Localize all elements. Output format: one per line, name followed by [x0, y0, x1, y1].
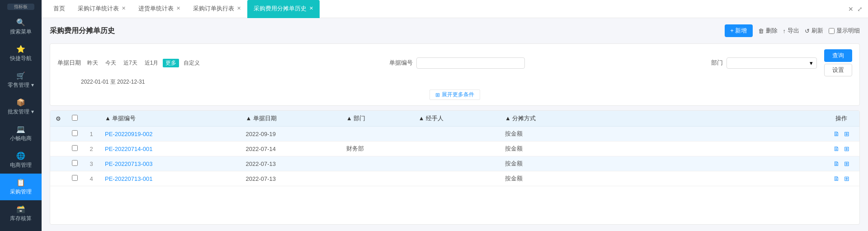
query-button[interactable]: 查询 — [824, 49, 852, 62]
date-btn-custom[interactable]: 自定义 — [181, 59, 203, 67]
row-handler-0 — [413, 127, 500, 141]
row-handler-3 — [413, 171, 500, 186]
date-range-display: 2022-01-01 至 2022-12-31 — [81, 78, 852, 86]
wholesale-icon: 📦 — [16, 98, 25, 107]
show-cols-toggle[interactable]: 显示明细 — [829, 27, 860, 35]
main-area: 首页采购订单统计表✕进货单统计表✕采购订单执行表✕采购费用分摊单历史✕ ✕ ⤢ … — [42, 0, 868, 231]
tab-purchase-exec[interactable]: 采购订单执行表✕ — [187, 0, 247, 18]
row-doc-no-2: PE-20220713-003 — [99, 156, 241, 171]
col-settings[interactable]: ⚙ — [50, 111, 66, 127]
table-row: 4 PE-20220713-001 2022-07-13 按金额 🗎 ⊞ — [50, 171, 859, 186]
row-split-method-2: 按金额 — [500, 156, 823, 171]
date-btn-today[interactable]: 今天 — [103, 59, 119, 67]
shortcut-icon: ⭐ — [16, 45, 25, 53]
row-handler-2 — [413, 156, 500, 171]
sidebar-label-wholesale: 批发管理 ▾ — [8, 108, 33, 116]
toolbar: + 新增 🗑 删除 ↑ 导出 ↺ 刷新 显示明细 — [725, 24, 860, 37]
tab-label-goods-stat: 进货单统计表 — [138, 5, 174, 13]
col-checkbox — [66, 111, 83, 127]
sidebar-item-shortcut[interactable]: ⭐快捷导航 — [0, 40, 42, 67]
table-row: 3 PE-20220713-003 2022-07-13 按金额 🗎 ⊞ — [50, 156, 859, 171]
col-split-method: ▲ 分摊方式 — [500, 111, 823, 127]
row-checkbox-2[interactable] — [72, 160, 78, 166]
row-checkbox-0[interactable] — [72, 130, 78, 136]
sidebar-item-retail[interactable]: 🛒零售管理 ▾ — [0, 67, 42, 94]
row-action-2: 🗎 ⊞ — [823, 156, 859, 171]
doc-no-link-1[interactable]: PE-20220714-001 — [105, 146, 153, 152]
sidebar: 指标板 🔍搜索菜单⭐快捷导航🛒零售管理 ▾📦批发管理 ▾💻小畅电商🌐电商管理📋采… — [0, 0, 42, 231]
action-more-btn-2[interactable]: ⊞ — [844, 160, 849, 167]
purchase-icon: 📋 — [16, 178, 25, 187]
sidebar-label-ecom-small: 小畅电商 — [10, 135, 32, 142]
tab-close-goods-stat[interactable]: ✕ — [176, 5, 180, 11]
row-checkbox-cell-0 — [66, 127, 83, 141]
sidebar-label-retail: 零售管理 ▾ — [8, 81, 33, 89]
sidebar-item-inventory[interactable]: 🗃️库存核算 — [0, 200, 42, 227]
row-checkbox-3[interactable] — [72, 175, 78, 181]
row-action-1: 🗎 ⊞ — [823, 141, 859, 156]
sidebar-label-search: 搜索菜单 — [10, 28, 32, 36]
delete-button[interactable]: 🗑 删除 — [758, 27, 778, 35]
action-view-btn-2[interactable]: 🗎 — [833, 160, 840, 167]
tab-home[interactable]: 首页 — [47, 0, 71, 18]
action-more-btn-3[interactable]: ⊞ — [844, 175, 849, 182]
page-title: 采购费用分摊单历史 — [50, 26, 115, 36]
row-action-0: 🗎 ⊞ — [823, 127, 859, 141]
expand-icon: ⊞ — [435, 92, 440, 98]
add-button[interactable]: + 新增 — [725, 24, 752, 37]
row-checkbox-1[interactable] — [72, 145, 78, 151]
row-settings-2 — [50, 156, 66, 171]
expand-more-btn[interactable]: ⊞ 展开更多条件 — [429, 90, 480, 100]
date-btn-yesterday[interactable]: 昨天 — [85, 59, 101, 67]
tab-close-purchase-order-stat[interactable]: ✕ — [122, 5, 126, 11]
tab-goods-stat[interactable]: 进货单统计表✕ — [132, 0, 187, 18]
tab-cost-history[interactable]: 采购费用分摊单历史✕ — [247, 0, 320, 18]
action-view-btn-3[interactable]: 🗎 — [833, 175, 840, 182]
content-area: 采购费用分摊单历史 + 新增 🗑 删除 ↑ 导出 ↺ 刷新 显示明细 — [42, 18, 868, 231]
dept-select[interactable]: ▾ — [726, 57, 817, 69]
tab-close-icon[interactable]: ✕ — [848, 5, 854, 13]
row-checkbox-cell-1 — [66, 141, 83, 156]
data-table: ⚙ ▲ 单据编号 ▲ 单据日期 ▲ 部门 — [50, 111, 859, 186]
export-button[interactable]: ↑ 导出 — [783, 27, 800, 35]
tab-controls: ✕ ⤢ — [848, 5, 863, 13]
select-all-checkbox[interactable] — [72, 115, 78, 121]
doc-no-link-2[interactable]: PE-20220713-003 — [105, 160, 153, 167]
show-cols-checkbox[interactable] — [829, 28, 835, 34]
refresh-button[interactable]: ↺ 刷新 — [805, 27, 823, 35]
row-split-method-0: 按金额 — [500, 127, 823, 141]
sidebar-item-ecom-small[interactable]: 💻小畅电商 — [0, 120, 42, 147]
dept-filter-field: 部门 ▾ — [711, 57, 817, 69]
row-doc-no-0: PE-20220919-002 — [99, 127, 241, 141]
doc-no-input[interactable] — [416, 57, 525, 69]
tab-close-cost-history[interactable]: ✕ — [309, 5, 313, 11]
tab-purchase-order-stat[interactable]: 采购订单统计表✕ — [71, 0, 132, 18]
row-checkbox-cell-3 — [66, 171, 83, 186]
sidebar-item-search[interactable]: 🔍搜索菜单 — [0, 14, 42, 40]
col-handler: ▲ 经手人 — [413, 111, 500, 127]
refresh-icon: ↺ — [805, 28, 810, 34]
row-settings-1 — [50, 141, 66, 156]
delete-icon: 🗑 — [758, 28, 764, 34]
tab-expand-icon[interactable]: ⤢ — [857, 5, 863, 13]
row-doc-date-2: 2022-07-13 — [241, 156, 341, 171]
action-more-btn-0[interactable]: ⊞ — [844, 130, 849, 137]
doc-no-link-3[interactable]: PE-20220713-001 — [105, 175, 153, 182]
action-view-btn-1[interactable]: 🗎 — [833, 145, 840, 152]
sidebar-item-ecom[interactable]: 🌐电商管理 — [0, 147, 42, 174]
date-btn-more[interactable]: 更多 — [163, 59, 179, 67]
col-dept: ▲ 部门 — [341, 111, 413, 127]
dept-label: 部门 — [711, 59, 723, 67]
action-more-btn-1[interactable]: ⊞ — [844, 145, 849, 152]
tab-close-purchase-exec[interactable]: ✕ — [237, 5, 241, 11]
doc-no-link-0[interactable]: PE-20220919-002 — [105, 131, 153, 137]
sidebar-item-wholesale[interactable]: 📦批发管理 ▾ — [0, 94, 42, 120]
sidebar-item-purchase[interactable]: 📋采购管理 — [0, 174, 42, 200]
settings-button[interactable]: 设置 — [824, 64, 852, 76]
date-btn-1month[interactable]: 近1月 — [142, 59, 161, 67]
date-btn-7days[interactable]: 近7天 — [121, 59, 140, 67]
search-icon: 🔍 — [16, 18, 25, 27]
action-view-btn-0[interactable]: 🗎 — [833, 130, 840, 137]
row-settings-0 — [50, 127, 66, 141]
sidebar-item-finance[interactable]: 💰资金管理 — [0, 227, 42, 231]
